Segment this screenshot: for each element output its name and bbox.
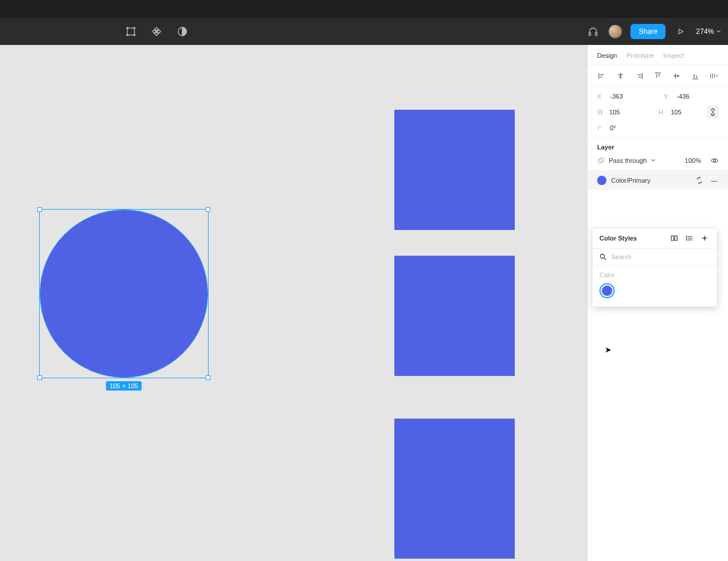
- h-input[interactable]: 105: [671, 109, 702, 116]
- resize-handle-bottom-left[interactable]: [37, 375, 42, 380]
- visibility-icon[interactable]: [710, 156, 719, 165]
- y-label: Y: [664, 93, 672, 100]
- svg-line-41: [604, 258, 606, 260]
- svg-point-40: [601, 255, 605, 259]
- transform-section: X -363 Y -436 W 105 H 105 0°: [588, 87, 728, 138]
- svg-point-36: [686, 238, 687, 238]
- w-label: W: [597, 109, 605, 116]
- zoom-value: 274%: [696, 27, 714, 36]
- constrain-proportions-icon[interactable]: [707, 106, 719, 119]
- panel-tabs: Design Prototype Inspect: [588, 45, 728, 65]
- color-style-swatch[interactable]: [599, 283, 615, 298]
- svg-point-1: [127, 27, 128, 28]
- align-bottom-icon[interactable]: [691, 71, 700, 81]
- share-button[interactable]: Share: [630, 24, 665, 39]
- svg-rect-0: [127, 28, 134, 35]
- alignment-row: [588, 65, 728, 87]
- detach-style-icon[interactable]: [695, 176, 705, 184]
- resize-handle-bottom-right[interactable]: [206, 375, 210, 380]
- svg-point-2: [134, 27, 135, 28]
- resize-handle-top-left[interactable]: [37, 207, 42, 212]
- svg-point-37: [686, 239, 687, 240]
- user-avatar[interactable]: [608, 25, 622, 39]
- properties-panel: Design Prototype Inspect X -363 Y -436 W…: [587, 45, 728, 561]
- svg-point-35: [686, 236, 687, 236]
- tab-prototype[interactable]: Prototype: [626, 52, 654, 59]
- y-input[interactable]: -436: [677, 93, 712, 100]
- align-right-icon[interactable]: [635, 71, 644, 81]
- headphones-icon[interactable]: [586, 25, 600, 39]
- layer-section: Layer Pass through 100%: [588, 138, 728, 171]
- align-top-icon[interactable]: [653, 71, 663, 81]
- distribute-icon[interactable]: [709, 71, 719, 81]
- style-group-label: Color: [599, 271, 710, 278]
- tab-inspect[interactable]: Inspect: [663, 52, 684, 59]
- svg-rect-7: [595, 33, 597, 36]
- frame-tool-icon[interactable]: [124, 25, 138, 39]
- search-icon: [599, 253, 606, 260]
- svg-point-31: [713, 159, 716, 162]
- list-view-icon[interactable]: [685, 234, 695, 242]
- remove-fill-icon[interactable]: —: [709, 177, 719, 184]
- svg-rect-6: [589, 33, 591, 36]
- align-hcenter-icon[interactable]: [616, 71, 625, 81]
- rectangle-shape[interactable]: [394, 256, 515, 376]
- fill-swatch: [597, 176, 606, 185]
- x-label: X: [597, 93, 605, 100]
- opacity-input[interactable]: 100%: [685, 157, 701, 164]
- style-search-input[interactable]: [611, 253, 710, 260]
- fill-style-name: Color/Primary: [611, 177, 691, 184]
- align-left-icon[interactable]: [597, 71, 606, 81]
- blend-mode-icon: [597, 157, 604, 164]
- component-tool-icon[interactable]: [150, 25, 164, 39]
- create-style-icon[interactable]: [701, 234, 710, 242]
- ellipse-shape[interactable]: [40, 210, 208, 378]
- zoom-control[interactable]: 274%: [696, 27, 721, 36]
- svg-point-4: [134, 34, 135, 35]
- top-toolbar: Share 274%: [0, 18, 728, 45]
- rectangle-shape[interactable]: [394, 419, 515, 559]
- color-styles-popover: Color Styles Color: [592, 228, 717, 307]
- fill-style-row[interactable]: Color/Primary — ➤: [588, 171, 728, 190]
- x-input[interactable]: -363: [610, 93, 645, 100]
- selection-bounding-box[interactable]: 105 × 105: [39, 209, 209, 378]
- align-vcenter-icon[interactable]: [672, 71, 681, 81]
- layer-section-title: Layer: [597, 144, 719, 151]
- svg-point-3: [127, 34, 128, 35]
- w-input[interactable]: 105: [609, 109, 641, 116]
- window-titlebar: [0, 0, 728, 18]
- blend-mode-select[interactable]: Pass through: [609, 157, 680, 164]
- rectangle-shape[interactable]: [394, 110, 515, 230]
- rotation-input[interactable]: 0°: [610, 124, 645, 131]
- tab-design[interactable]: Design: [597, 52, 617, 59]
- canvas[interactable]: 105 × 105: [0, 45, 587, 561]
- rotation-icon: [597, 124, 605, 131]
- mask-tool-icon[interactable]: [175, 25, 189, 39]
- resize-handle-top-right[interactable]: [206, 207, 210, 212]
- h-label: H: [658, 109, 666, 116]
- library-icon[interactable]: [670, 234, 680, 242]
- dimensions-badge: 105 × 105: [106, 381, 141, 391]
- popover-title: Color Styles: [599, 235, 664, 242]
- present-icon[interactable]: [674, 25, 688, 39]
- cursor-icon: ➤: [605, 345, 612, 354]
